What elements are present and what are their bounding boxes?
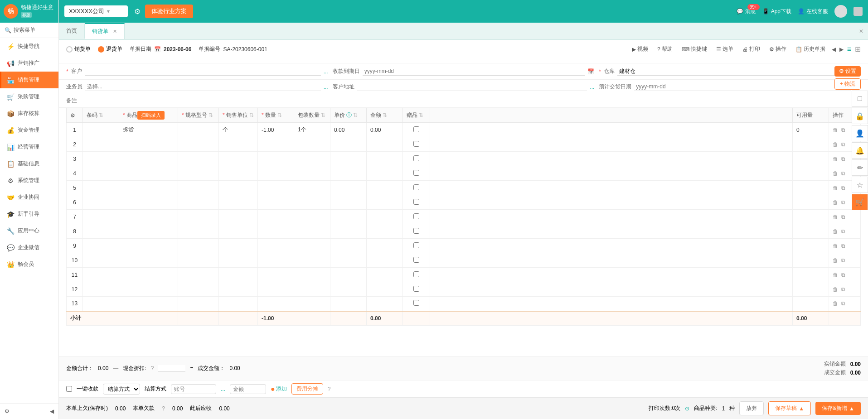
- row-unit[interactable]: [219, 137, 258, 152]
- gift-checkbox[interactable]: [413, 184, 419, 190]
- row-amount[interactable]: [367, 239, 403, 253]
- scan-button[interactable]: 扫码录入: [137, 111, 165, 120]
- copy-icon[interactable]: ⧉: [841, 141, 845, 148]
- row-unit[interactable]: [219, 195, 258, 210]
- row-quantity[interactable]: [258, 210, 294, 224]
- panel-btn-6[interactable]: ☆: [852, 177, 868, 193]
- nav-prev-icon[interactable]: ◀: [832, 46, 836, 53]
- row-price[interactable]: [330, 282, 367, 297]
- search-menu[interactable]: 🔍 搜索菜单: [0, 23, 58, 38]
- row-unit[interactable]: [219, 166, 258, 181]
- sidebar-item-guide[interactable]: 🎓 新手引导: [0, 206, 58, 222]
- product-count-icon[interactable]: ⊙: [685, 405, 689, 412]
- row-amount[interactable]: [367, 195, 403, 210]
- customer-input[interactable]: [85, 67, 321, 76]
- row-gift[interactable]: [403, 152, 430, 166]
- sidebar-item-operations[interactable]: 📊 经营管理: [0, 139, 58, 155]
- gift-checkbox[interactable]: [413, 170, 419, 176]
- row-quantity[interactable]: [258, 282, 294, 297]
- row-amount[interactable]: [367, 282, 403, 297]
- row-unit[interactable]: [219, 253, 258, 268]
- save-draft-button[interactable]: 保存草稿 ▲: [768, 401, 811, 415]
- row-price[interactable]: [330, 166, 367, 181]
- gift-checkbox[interactable]: [413, 141, 419, 147]
- app-download-btn[interactable]: 📱 App下载: [762, 8, 791, 15]
- row-pkg-qty[interactable]: [294, 210, 330, 224]
- row-price[interactable]: [330, 224, 367, 239]
- user-avatar2[interactable]: [853, 7, 863, 16]
- row-product[interactable]: [119, 137, 178, 152]
- pkgqty-sort-icon[interactable]: ⇅: [321, 112, 325, 118]
- row-barcode[interactable]: [83, 152, 119, 166]
- discount-help-icon[interactable]: ?: [151, 365, 154, 371]
- address-input[interactable]: [357, 82, 587, 91]
- account-ellipsis[interactable]: ...: [221, 386, 225, 392]
- panel-btn-2[interactable]: 🔒: [852, 108, 868, 124]
- row-barcode[interactable]: [83, 239, 119, 253]
- nav-next-icon[interactable]: ▶: [839, 46, 844, 53]
- sidebar-item-apps[interactable]: 🔧 应用中心: [0, 222, 58, 239]
- gift-checkbox[interactable]: [413, 300, 419, 306]
- row-price[interactable]: [330, 195, 367, 210]
- row-price[interactable]: [330, 297, 367, 311]
- copy-icon[interactable]: ⧉: [841, 156, 845, 162]
- row-quantity[interactable]: [258, 152, 294, 166]
- row-pkg-qty[interactable]: [294, 253, 330, 268]
- delete-icon[interactable]: 🗑: [833, 257, 838, 264]
- unit-sort-icon[interactable]: ⇅: [249, 112, 254, 118]
- row-barcode[interactable]: [83, 166, 119, 181]
- settings-gear-icon[interactable]: ⚙: [5, 408, 10, 414]
- row-price[interactable]: [330, 152, 367, 166]
- row-gift[interactable]: [403, 282, 430, 297]
- row-product[interactable]: [119, 210, 178, 224]
- settings-button[interactable]: ⚙ 设置: [834, 66, 861, 77]
- gift-sort-icon[interactable]: ⇅: [419, 112, 423, 118]
- online-support-btn[interactable]: 👤 在线客服: [798, 8, 828, 15]
- abandon-button[interactable]: 放弃: [739, 401, 764, 415]
- warehouse-input[interactable]: [617, 67, 853, 76]
- row-amount[interactable]: [367, 166, 403, 181]
- row-gift[interactable]: [403, 123, 430, 137]
- row-gift[interactable]: [403, 181, 430, 195]
- row-quantity[interactable]: [258, 297, 294, 311]
- radio-sales-order[interactable]: 销货单: [66, 45, 91, 53]
- sidebar-item-inventory[interactable]: 📦 库存核算: [0, 105, 58, 122]
- row-gift[interactable]: [403, 224, 430, 239]
- row-quantity[interactable]: [258, 137, 294, 152]
- price-sort-icon[interactable]: ⇅: [353, 112, 358, 118]
- row-spec[interactable]: [178, 123, 219, 137]
- delete-icon[interactable]: 🗑: [833, 199, 838, 206]
- copy-icon[interactable]: ⧉: [841, 228, 845, 235]
- sidebar-item-marketing[interactable]: 📢 营销推广: [0, 55, 58, 72]
- video-btn[interactable]: ▶ 视频: [629, 44, 651, 54]
- row-product[interactable]: [119, 282, 178, 297]
- row-spec[interactable]: [178, 268, 219, 282]
- row-quantity[interactable]: [258, 268, 294, 282]
- radio-return-icon[interactable]: [98, 46, 104, 53]
- address-ellipsis[interactable]: ...: [590, 84, 594, 90]
- row-pkg-qty[interactable]: [294, 152, 330, 166]
- row-pkg-qty[interactable]: [294, 181, 330, 195]
- debit-help-icon[interactable]: ?: [162, 405, 165, 412]
- logistics-button[interactable]: + 物流: [834, 78, 861, 90]
- row-product[interactable]: [119, 253, 178, 268]
- panel-btn-3[interactable]: 👤: [852, 125, 868, 141]
- copy-icon[interactable]: ⧉: [841, 286, 845, 293]
- row-barcode[interactable]: [83, 297, 119, 311]
- row-spec[interactable]: [178, 152, 219, 166]
- copy-icon[interactable]: ⧉: [841, 214, 845, 220]
- collapse-icon[interactable]: ◀: [50, 408, 54, 414]
- copy-icon[interactable]: ⧉: [841, 257, 845, 264]
- trial-button[interactable]: 体验行业方案: [145, 5, 193, 18]
- row-price[interactable]: [330, 210, 367, 224]
- row-gift[interactable]: [403, 297, 430, 311]
- sidebar-item-quick-nav[interactable]: ⚡ 快捷导航: [0, 38, 58, 55]
- operate-btn[interactable]: ⚙ 操作: [766, 44, 789, 54]
- gift-checkbox[interactable]: [413, 242, 419, 248]
- sidebar-item-purchase[interactable]: 🛒 采购管理: [0, 88, 58, 105]
- row-spec[interactable]: [178, 195, 219, 210]
- copy-icon[interactable]: ⧉: [841, 300, 845, 307]
- add-payment-btn[interactable]: ● 添加: [271, 385, 287, 393]
- row-quantity[interactable]: -1.00: [258, 123, 294, 137]
- discount-input[interactable]: [158, 365, 185, 372]
